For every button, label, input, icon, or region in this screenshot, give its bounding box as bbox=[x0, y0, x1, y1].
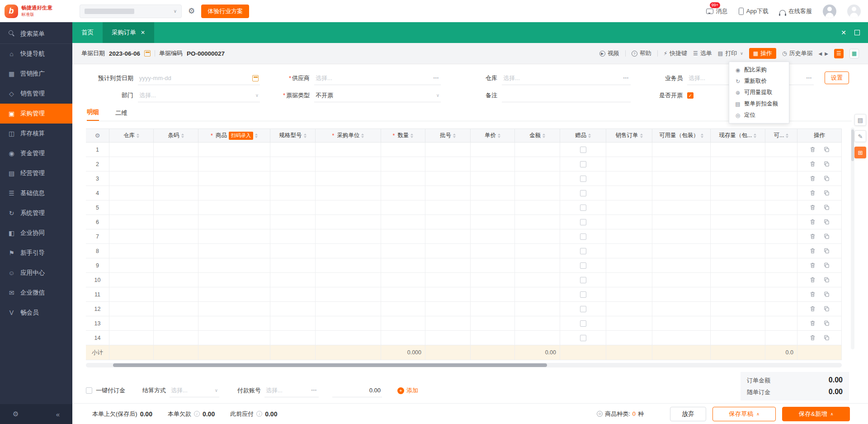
horizontal-scrollbar-thumb[interactable] bbox=[113, 363, 547, 367]
more-options-icon[interactable]: ⋯ bbox=[433, 75, 439, 81]
video-button[interactable]: ▶视频 bbox=[599, 49, 619, 57]
cell-avail_cut[interactable] bbox=[765, 258, 797, 272]
cell-qty[interactable] bbox=[381, 186, 425, 200]
online-service-button[interactable]: 在线客服 bbox=[779, 7, 812, 15]
column-header-product[interactable]: *商品扫码录入 bbox=[198, 129, 270, 142]
cell-available_pack[interactable] bbox=[652, 143, 711, 157]
cell-barcode[interactable] bbox=[154, 287, 198, 301]
cell-product[interactable] bbox=[198, 172, 270, 186]
sidebar-item-operations[interactable]: ▤经营管理 bbox=[0, 163, 72, 183]
cell-spec[interactable] bbox=[270, 229, 316, 243]
cell-stock_pack[interactable] bbox=[711, 157, 765, 171]
delete-row-icon[interactable] bbox=[809, 291, 816, 298]
cell-amount[interactable] bbox=[515, 215, 560, 229]
sidebar-item-base-info[interactable]: ☰基础信息 bbox=[0, 183, 72, 203]
user-avatar[interactable] bbox=[823, 5, 836, 18]
sort-icon[interactable] bbox=[701, 133, 703, 138]
app-download-button[interactable]: App下载 bbox=[739, 7, 769, 15]
sort-icon[interactable] bbox=[181, 133, 184, 138]
delete-row-icon[interactable] bbox=[809, 175, 816, 182]
cell-qty[interactable] bbox=[381, 258, 425, 272]
sort-icon[interactable] bbox=[588, 133, 591, 138]
calendar-icon[interactable] bbox=[252, 75, 259, 81]
gift-checkbox[interactable] bbox=[580, 147, 586, 153]
gift-checkbox[interactable] bbox=[580, 205, 586, 211]
sort-icon[interactable] bbox=[786, 133, 788, 138]
cell-barcode[interactable] bbox=[154, 143, 198, 157]
cell-qty[interactable] bbox=[381, 316, 425, 330]
close-tab-icon[interactable]: ✕ bbox=[141, 29, 145, 36]
cell-stock_pack[interactable] bbox=[711, 229, 765, 243]
cell-amount[interactable] bbox=[515, 287, 560, 301]
copy-row-icon[interactable] bbox=[823, 334, 830, 341]
gear-icon[interactable]: ⚙ bbox=[95, 132, 100, 139]
cell-barcode[interactable] bbox=[154, 316, 198, 330]
cell-amount[interactable] bbox=[515, 258, 560, 272]
cell-avail_cut[interactable] bbox=[765, 302, 797, 316]
delete-row-icon[interactable] bbox=[809, 204, 816, 211]
info-icon[interactable]: i bbox=[194, 411, 200, 417]
tab-2d[interactable]: 二维 bbox=[115, 109, 127, 121]
copy-row-icon[interactable] bbox=[823, 276, 830, 283]
gift-checkbox[interactable] bbox=[580, 335, 586, 341]
side-panel-icon[interactable]: ▤ bbox=[854, 114, 866, 126]
cell-stock_pack[interactable] bbox=[711, 215, 765, 229]
cell-warehouse[interactable] bbox=[109, 287, 154, 301]
cell-batch[interactable] bbox=[425, 331, 471, 345]
more-options-icon[interactable]: ⋯ bbox=[623, 75, 629, 81]
quick-entry-icon[interactable]: ⊞ bbox=[854, 147, 866, 158]
delete-row-icon[interactable] bbox=[809, 248, 816, 254]
delete-row-icon[interactable] bbox=[809, 161, 816, 167]
copy-row-icon[interactable] bbox=[823, 233, 830, 240]
gift-checkbox[interactable] bbox=[580, 176, 586, 182]
cell-sales_order[interactable] bbox=[606, 331, 652, 345]
delete-row-icon[interactable] bbox=[809, 305, 816, 312]
delete-row-icon[interactable] bbox=[809, 233, 816, 240]
next-doc-icon[interactable]: ▶ bbox=[825, 51, 828, 56]
cell-amount[interactable] bbox=[515, 229, 560, 243]
cell-sales_order[interactable] bbox=[606, 215, 652, 229]
cell-unit[interactable] bbox=[316, 273, 381, 287]
save-and-new-button[interactable]: 保存&新增 ∧ bbox=[782, 407, 850, 421]
gift-checkbox[interactable] bbox=[580, 233, 586, 240]
sidebar-item-quick-nav[interactable]: ⌂快捷导航 bbox=[0, 44, 72, 64]
cell-unit[interactable] bbox=[316, 172, 381, 186]
cell-avail_cut[interactable] bbox=[765, 215, 797, 229]
cell-spec[interactable] bbox=[270, 302, 316, 316]
cell-batch[interactable] bbox=[425, 172, 471, 186]
sort-icon[interactable] bbox=[453, 133, 456, 138]
column-header-unit[interactable]: *采购单位 bbox=[316, 129, 381, 142]
cell-price[interactable] bbox=[471, 229, 515, 243]
gift-checkbox[interactable] bbox=[580, 291, 586, 298]
cell-price[interactable] bbox=[471, 287, 515, 301]
delete-row-icon[interactable] bbox=[809, 146, 816, 153]
cell-qty[interactable] bbox=[381, 172, 425, 186]
column-header-sales_order[interactable]: 销售订单 bbox=[606, 129, 652, 142]
history-button[interactable]: ◷历史单据 bbox=[782, 49, 812, 57]
column-header-barcode[interactable]: 条码 bbox=[154, 129, 198, 142]
cell-unit[interactable] bbox=[316, 215, 381, 229]
cell-warehouse[interactable] bbox=[109, 258, 154, 272]
invoice-type-select[interactable]: 不开票 ∨ bbox=[314, 89, 441, 102]
cell-barcode[interactable] bbox=[154, 258, 198, 272]
cell-spec[interactable] bbox=[270, 172, 316, 186]
cell-batch[interactable] bbox=[425, 316, 471, 330]
add-payment-button[interactable]: + 添加 bbox=[397, 386, 418, 395]
delete-row-icon[interactable] bbox=[809, 334, 816, 341]
cell-qty[interactable] bbox=[381, 287, 425, 301]
remark-input[interactable] bbox=[502, 89, 631, 102]
delete-row-icon[interactable] bbox=[809, 190, 816, 196]
cell-available_pack[interactable] bbox=[652, 157, 711, 171]
cell-stock_pack[interactable] bbox=[711, 200, 765, 214]
cell-available_pack[interactable] bbox=[652, 200, 711, 214]
trial-solution-button[interactable]: 体验行业方案 bbox=[201, 5, 249, 18]
cell-price[interactable] bbox=[471, 244, 515, 258]
cell-unit[interactable] bbox=[316, 200, 381, 214]
cell-avail_cut[interactable] bbox=[765, 273, 797, 287]
copy-row-icon[interactable] bbox=[823, 175, 830, 182]
cell-spec[interactable] bbox=[270, 215, 316, 229]
delete-row-icon[interactable] bbox=[809, 219, 816, 225]
cell-spec[interactable] bbox=[270, 244, 316, 258]
cell-available_pack[interactable] bbox=[652, 172, 711, 186]
cell-barcode[interactable] bbox=[154, 273, 198, 287]
